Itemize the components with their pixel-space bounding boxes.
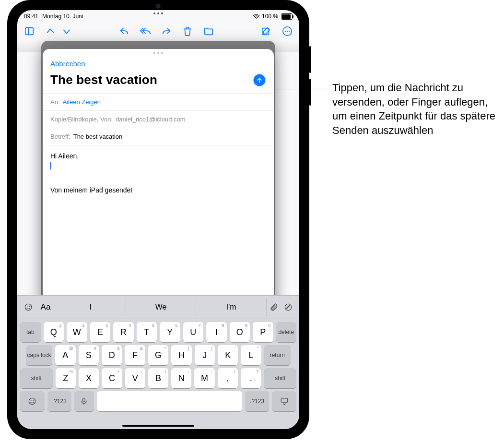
svg-rect-16: [281, 398, 288, 402]
svg-point-10: [29, 306, 30, 307]
svg-point-13: [31, 400, 32, 401]
compose-icon[interactable]: [261, 26, 271, 36]
status-date: Montag 10. Juni: [42, 13, 83, 20]
suggestion-1[interactable]: I: [56, 298, 126, 316]
key-l[interactable]: L": [241, 345, 261, 365]
numbers-left-key[interactable]: .?123: [47, 391, 72, 411]
dictation-mic-key[interactable]: [74, 391, 94, 411]
volume-up-button[interactable]: [309, 46, 311, 73]
svg-point-9: [27, 306, 28, 307]
subject-field[interactable]: Betreff: The best vacation: [43, 128, 274, 145]
reply-icon[interactable]: [119, 26, 129, 36]
body-greeting-line: Hi Aileen,: [50, 151, 266, 161]
svg-point-14: [33, 400, 34, 401]
to-value[interactable]: Aileen Zeigen: [63, 98, 101, 106]
battery-icon: [281, 13, 293, 20]
key-w[interactable]: W2: [67, 322, 87, 342]
send-button[interactable]: [253, 73, 266, 87]
volume-down-button[interactable]: [309, 79, 311, 106]
svg-point-6: [289, 31, 290, 32]
key-r[interactable]: R4: [113, 322, 134, 342]
multitask-dots-icon[interactable]: [153, 12, 163, 14]
svg-point-4: [285, 31, 286, 32]
text-caret: [50, 162, 51, 169]
markup-icon[interactable]: [281, 303, 295, 311]
dismiss-keyboard-key[interactable]: [272, 391, 296, 411]
key-h[interactable]: H(: [171, 345, 191, 365]
svg-point-12: [29, 398, 36, 405]
key-d[interactable]: D$: [102, 345, 122, 365]
tab-key[interactable]: tab: [20, 322, 41, 342]
ipad-device-frame: 09:41 Montag 10. Juni 100 %: [7, 0, 309, 439]
emoji-key[interactable]: [20, 391, 45, 411]
key-p[interactable]: P0: [253, 322, 273, 342]
compose-title: The best vacation: [50, 72, 157, 87]
subject-value[interactable]: The best vacation: [73, 133, 123, 140]
battery-percent: 100 %: [262, 13, 278, 20]
delete-key[interactable]: delete: [276, 322, 297, 342]
key-.[interactable]: .?: [241, 368, 261, 388]
key-o[interactable]: O9: [230, 322, 250, 342]
stickers-icon[interactable]: [21, 303, 35, 311]
sheet-grabber-icon[interactable]: [153, 52, 163, 54]
trash-icon[interactable]: [182, 26, 193, 36]
format-aa-button[interactable]: Aa: [35, 302, 56, 312]
suggestion-3[interactable]: I'm: [196, 298, 267, 316]
cc-from-field[interactable]: Kopie/Blindkopie, Von: daniel_rico1@iclo…: [43, 110, 274, 128]
key-n[interactable]: N;: [171, 368, 191, 388]
keyboard-row-3: shift Z%X-C+V=B/N;M:,!.?shift: [20, 368, 296, 388]
shift-right-key[interactable]: shift: [264, 368, 296, 388]
key-e[interactable]: E3: [90, 322, 111, 342]
to-field[interactable]: An: Aileen Zeigen: [43, 93, 274, 110]
svg-point-5: [287, 31, 288, 32]
sidebar-toggle-icon[interactable]: [24, 26, 35, 36]
numbers-right-key[interactable]: .?123: [245, 391, 270, 411]
home-indicator[interactable]: [122, 425, 194, 427]
key-v[interactable]: V=: [125, 368, 145, 388]
from-value: daniel_rico1@icloud.com: [116, 116, 185, 123]
key-x[interactable]: X-: [79, 368, 99, 388]
keyboard-row-4: .?123 .?123: [20, 391, 296, 411]
key-b[interactable]: B/: [148, 368, 168, 388]
key-s[interactable]: S#: [79, 345, 99, 365]
key-,[interactable]: ,!: [218, 368, 238, 388]
next-message-icon[interactable]: [61, 26, 72, 36]
key-j[interactable]: J): [195, 345, 215, 365]
callout-leader-line: [267, 89, 328, 89]
key-z[interactable]: Z%: [56, 368, 76, 388]
cc-label: Kopie/Blindkopie, Von:: [50, 116, 113, 123]
prev-message-icon[interactable]: [45, 26, 56, 36]
screen: 09:41 Montag 10. Juni 100 %: [17, 10, 299, 429]
more-menu-icon[interactable]: [282, 26, 293, 36]
key-q[interactable]: Q1: [44, 322, 64, 342]
stage: 09:41 Montag 10. Juni 100 %: [0, 0, 504, 443]
status-bar: 09:41 Montag 10. Juni 100 %: [17, 10, 299, 22]
attachment-icon[interactable]: [267, 303, 281, 311]
caps-lock-key[interactable]: caps lock: [26, 345, 52, 365]
key-g[interactable]: G*: [148, 345, 168, 365]
svg-rect-0: [25, 28, 34, 35]
key-i[interactable]: I8: [206, 322, 227, 342]
forward-icon[interactable]: [161, 26, 172, 36]
key-t[interactable]: T5: [137, 322, 157, 342]
svg-rect-15: [83, 398, 85, 402]
key-c[interactable]: C+: [102, 368, 122, 388]
cancel-button[interactable]: Abbrechen: [50, 60, 85, 68]
key-m[interactable]: M:: [194, 368, 214, 388]
reply-all-icon[interactable]: [140, 26, 151, 36]
key-u[interactable]: U7: [183, 322, 204, 342]
callout-label: Tippen, um die Nachricht zu versenden, o…: [332, 81, 495, 138]
mail-toolbar: [17, 22, 299, 41]
space-key[interactable]: [97, 391, 242, 411]
front-camera: [156, 4, 161, 9]
suggestion-2[interactable]: We: [126, 298, 197, 316]
keyboard-row-2: caps lock A@S#D$F&G*H(J)K'L"return: [20, 345, 296, 365]
move-folder-icon[interactable]: [203, 26, 214, 36]
on-screen-keyboard: Aa I We I'm tab Q1W2E3R4T5Y6U7I8O: [17, 295, 299, 429]
key-f[interactable]: F&: [125, 345, 145, 365]
return-key[interactable]: return: [264, 345, 291, 365]
key-y[interactable]: Y6: [160, 322, 180, 342]
key-a[interactable]: A@: [55, 345, 75, 365]
key-k[interactable]: K': [218, 345, 238, 365]
shift-left-key[interactable]: shift: [20, 368, 53, 388]
